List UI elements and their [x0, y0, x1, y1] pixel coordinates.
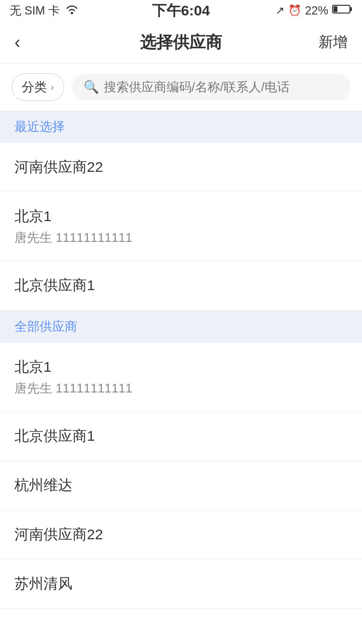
page-title: 选择供应商	[140, 31, 222, 54]
item-name: 北京供应商1	[14, 426, 348, 446]
item-name: 河南供应商22	[14, 525, 348, 545]
list-item[interactable]: 北京供应商1	[0, 261, 362, 310]
search-icon: 🔍	[84, 80, 99, 95]
battery-icon	[332, 4, 352, 17]
category-button[interactable]: 分类 ›	[12, 73, 64, 101]
item-name: 北京供应商1	[14, 276, 348, 295]
add-button[interactable]: 新增	[319, 32, 348, 52]
status-right: ↗ ⏰ 22%	[276, 4, 352, 17]
nav-bar: ‹ 选择供应商 新增	[0, 21, 362, 64]
alarm-icon: ⏰	[288, 4, 301, 17]
battery-label: 22%	[305, 4, 328, 17]
item-name: 北京1	[14, 207, 348, 226]
search-input-wrap: 🔍	[72, 74, 350, 100]
all-section-label: 全部供应商	[14, 319, 77, 334]
category-label: 分类	[22, 79, 47, 96]
chevron-right-icon: ›	[51, 82, 54, 93]
item-name: 河南供应商22	[14, 157, 348, 177]
recent-section-label: 最近选择	[14, 119, 65, 134]
item-sub: 唐先生 11111111111	[14, 229, 348, 246]
svg-point-0	[71, 12, 73, 14]
list-item[interactable]: 苏州清风	[0, 560, 362, 609]
recent-section-header: 最近选择	[0, 111, 362, 143]
recent-items-list: 河南供应商22北京1唐先生 11111111111北京供应商1	[0, 143, 362, 310]
item-name: 苏州清风	[14, 574, 348, 594]
list-item[interactable]: 河南供应商22	[0, 510, 362, 560]
location-icon: ↗	[276, 4, 284, 17]
carrier-label: 无 SIM 卡	[10, 3, 60, 18]
item-name: 北京1	[14, 357, 348, 377]
list-item[interactable]: 北京供应商1	[0, 412, 362, 461]
svg-rect-3	[334, 6, 337, 12]
item-name: 杭州维达	[14, 476, 348, 495]
list-item[interactable]: 北京1唐先生 11111111111	[0, 343, 362, 412]
item-sub: 唐先生 11111111111	[14, 380, 348, 397]
back-button[interactable]: ‹	[14, 32, 43, 53]
list-item[interactable]: 杭州维达	[0, 461, 362, 510]
search-input[interactable]	[104, 80, 339, 95]
status-bar: 无 SIM 卡 下午6:04 ↗ ⏰ 22%	[0, 0, 362, 21]
status-left: 无 SIM 卡	[10, 3, 79, 18]
svg-rect-2	[350, 7, 352, 11]
wifi-icon	[65, 4, 79, 17]
search-filter-bar: 分类 › 🔍	[0, 64, 362, 111]
list-item[interactable]: 河南供应商22	[0, 143, 362, 192]
all-items-list: 北京1唐先生 11111111111北京供应商1杭州维达河南供应商22苏州清风	[0, 343, 362, 609]
all-section-header: 全部供应商	[0, 310, 362, 343]
list-item[interactable]: 北京1唐先生 11111111111	[0, 192, 362, 261]
status-time: 下午6:04	[152, 1, 210, 21]
